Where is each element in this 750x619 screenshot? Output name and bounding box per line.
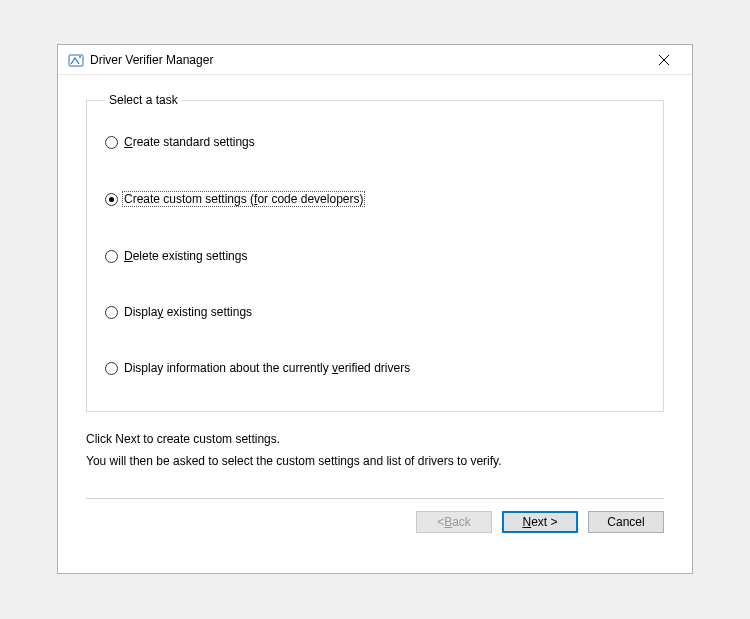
radio-display-verified[interactable]: Display information about the currently … [105,361,645,375]
radio-button-icon [105,250,118,263]
radio-label: Delete existing settings [124,249,247,263]
group-legend: Select a task [105,93,182,107]
radio-label: Display existing settings [124,305,252,319]
back-button: < Back [416,511,492,533]
radio-delete-existing[interactable]: Delete existing settings [105,249,645,263]
close-button[interactable] [644,46,684,74]
radio-button-icon [105,193,118,206]
titlebar: Driver Verifier Manager [58,45,692,75]
task-group: Select a task Create standard settingsCr… [86,93,664,412]
window-title: Driver Verifier Manager [90,53,644,67]
info-text: Click Next to create custom settings. Yo… [86,428,664,472]
dialog-content: Select a task Create standard settingsCr… [58,75,692,573]
radio-label: Create standard settings [124,135,255,149]
close-icon [659,55,669,65]
svg-point-1 [79,56,81,58]
radio-display-existing[interactable]: Display existing settings [105,305,645,319]
info-line-2: You will then be asked to select the cus… [86,450,664,472]
cancel-button[interactable]: Cancel [588,511,664,533]
radio-label: Display information about the currently … [124,361,410,375]
button-row: < Back Next > Cancel [86,511,664,537]
next-button[interactable]: Next > [502,511,578,533]
radio-create-standard[interactable]: Create standard settings [105,135,645,149]
radio-button-icon [105,136,118,149]
dialog-window: Driver Verifier Manager Select a task Cr… [57,44,693,574]
radio-button-icon [105,362,118,375]
info-line-1: Click Next to create custom settings. [86,428,664,450]
radio-label: Create custom settings (for code develop… [122,191,365,207]
app-icon [68,52,84,68]
separator [86,498,664,499]
radio-create-custom[interactable]: Create custom settings (for code develop… [105,191,645,207]
radio-button-icon [105,306,118,319]
